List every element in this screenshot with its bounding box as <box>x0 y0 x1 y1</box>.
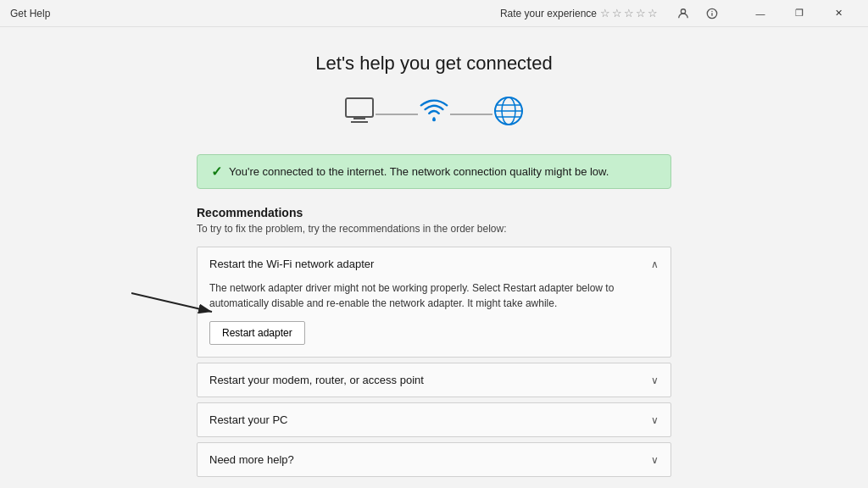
computer-icon <box>343 97 376 132</box>
accordion-more-help-header[interactable]: Need more help? ∨ <box>198 443 670 476</box>
accordion-more-help: Need more help? ∨ <box>197 442 671 477</box>
star-rating[interactable]: ☆ ☆ ☆ ☆ ☆ <box>600 7 658 19</box>
accordion-wifi-header[interactable]: Restart the Wi-Fi network adapter ∧ <box>198 247 670 280</box>
chevron-down-icon-3: ∨ <box>651 414 659 426</box>
star-4[interactable]: ☆ <box>636 7 646 19</box>
rate-label: Rate your experience <box>500 8 597 19</box>
close-button[interactable]: ✕ <box>819 0 858 27</box>
chevron-down-icon-4: ∨ <box>651 454 659 466</box>
star-5[interactable]: ☆ <box>648 7 658 19</box>
title-bar-right: Rate your experience ☆ ☆ ☆ ☆ ☆ <box>500 0 858 27</box>
page-title: Let's help you get connected <box>315 53 552 75</box>
accordion-restart-pc-title: Restart your PC <box>209 413 287 426</box>
person-icon[interactable] <box>671 2 695 25</box>
accordion-wifi-body: The network adapter driver might not be … <box>198 280 670 357</box>
window-controls: — ❐ ✕ <box>741 0 858 27</box>
info-icon[interactable] <box>700 2 724 25</box>
star-1[interactable]: ☆ <box>600 7 610 19</box>
recommendations-subtitle: To try to fix the problem, try the recom… <box>197 223 671 235</box>
chevron-up-icon: ∧ <box>651 258 659 270</box>
accordion-modem-title: Restart your modem, router, or access po… <box>209 374 424 386</box>
restart-adapter-button[interactable]: Restart adapter <box>209 321 305 345</box>
accordion-wifi-adapter: Restart the Wi-Fi network adapter ∧ The … <box>197 247 671 358</box>
star-3[interactable]: ☆ <box>624 7 634 19</box>
accordion-restart-pc: Restart your PC ∨ <box>197 402 671 437</box>
status-banner: ✓ You're connected to the internet. The … <box>197 154 671 189</box>
globe-icon <box>492 95 525 134</box>
restore-button[interactable]: ❐ <box>780 0 819 27</box>
svg-rect-4 <box>346 98 373 117</box>
app-title: Get Help <box>10 8 50 19</box>
accordion-modem: Restart your modem, router, or access po… <box>197 363 671 397</box>
svg-point-8 <box>432 119 436 122</box>
wifi-icon <box>418 97 450 132</box>
chevron-down-icon-2: ∨ <box>651 374 659 386</box>
line-1 <box>376 114 418 115</box>
accordion-wifi-title: Restart the Wi-Fi network adapter <box>209 258 374 270</box>
network-diagram <box>343 95 525 134</box>
title-bar: Get Help Rate your experience ☆ ☆ ☆ ☆ ☆ <box>0 0 868 27</box>
accordion-wifi-text: The network adapter driver might not be … <box>209 280 659 311</box>
accordion-modem-header[interactable]: Restart your modem, router, or access po… <box>198 363 670 396</box>
rate-experience: Rate your experience ☆ ☆ ☆ ☆ ☆ <box>500 7 658 19</box>
content-area: Recommendations To try to fix the proble… <box>197 206 671 488</box>
title-bar-icons <box>671 2 724 25</box>
svg-point-3 <box>711 10 712 11</box>
accordion-more-help-title: Need more help? <box>209 453 294 466</box>
recommendations-title: Recommendations <box>197 206 671 219</box>
minimize-button[interactable]: — <box>741 0 780 27</box>
check-icon: ✓ <box>211 164 222 180</box>
line-2 <box>450 114 492 115</box>
svg-point-0 <box>681 8 685 13</box>
main-content: Let's help you get connected <box>0 27 868 488</box>
status-message: You're connected to the internet. The ne… <box>229 165 609 178</box>
accordion-restart-pc-header[interactable]: Restart your PC ∨ <box>198 403 670 436</box>
star-2[interactable]: ☆ <box>612 7 622 19</box>
